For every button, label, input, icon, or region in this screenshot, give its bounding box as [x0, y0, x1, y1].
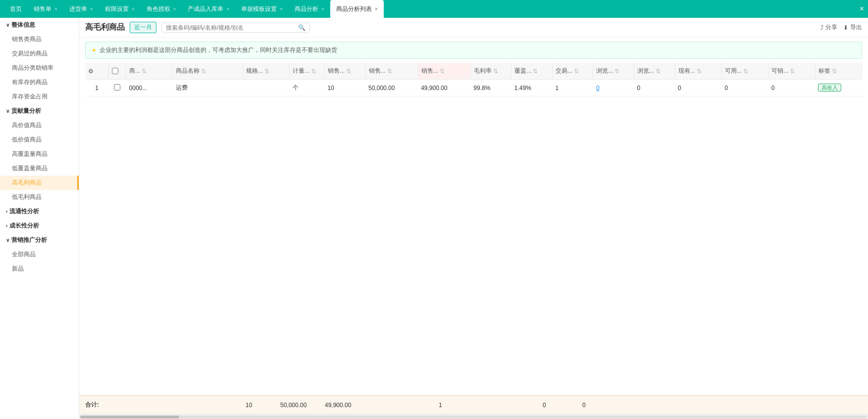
- tab-template-settings[interactable]: 单据模板设置 ×: [235, 0, 289, 18]
- col-header-unit[interactable]: 计量...⇅: [290, 63, 325, 80]
- close-icon[interactable]: ×: [90, 6, 93, 12]
- sidebar-section-contribution[interactable]: ∨ 贡献量分析: [0, 104, 79, 118]
- tab-product-analysis[interactable]: 商品分析 ×: [289, 0, 330, 18]
- sidebar-section-marketing[interactable]: ∨ 营销推广分析: [0, 233, 79, 247]
- sort-icon: ⇅: [832, 68, 837, 75]
- period-button[interactable]: 近一月: [130, 22, 156, 33]
- chevron-down-icon: ∨: [6, 22, 9, 28]
- close-all-button[interactable]: ×: [860, 4, 864, 13]
- cell-sellable: 0: [768, 80, 815, 96]
- close-icon[interactable]: ×: [173, 6, 176, 12]
- col-header-spec[interactable]: 规格...⇅: [243, 63, 289, 80]
- col-header-code[interactable]: 商...⇅: [126, 63, 173, 80]
- footer-cell-current: 0: [540, 402, 579, 409]
- cell-sales-profit: 49,900.00: [418, 80, 470, 96]
- footer-cell-sales-profit: 49,900.00: [322, 402, 366, 409]
- col-header-current[interactable]: 现有...⇅: [675, 63, 721, 80]
- col-header-available[interactable]: 可用...⇅: [721, 63, 768, 80]
- sidebar-section-liquidity[interactable]: › 流通性分析: [0, 204, 79, 219]
- cell-check[interactable]: [108, 80, 126, 96]
- export-button[interactable]: ⬇ 导出: [843, 23, 862, 32]
- sort-icon: ⇅: [142, 68, 147, 75]
- footer-cell-profit-rate: [366, 402, 401, 409]
- close-icon[interactable]: ×: [321, 6, 324, 12]
- col-header-trade[interactable]: 交易...⇅: [552, 63, 593, 80]
- footer-cells: 10 50,000.00 49,900.00 1 0 0: [104, 402, 862, 409]
- col-header-tag[interactable]: 标签⇅: [815, 63, 862, 80]
- cell-tag: 高收入: [815, 80, 862, 96]
- tab-home[interactable]: 首页: [4, 0, 28, 18]
- sidebar-item-low-margin[interactable]: 低毛利商品: [0, 190, 79, 204]
- content-area: 高毛利商品 近一月 🔍 ⤴ 分享 ⬇ 导出 ✦ 企业的主要的利润都是这部分商品创…: [79, 18, 868, 419]
- search-icon[interactable]: 🔍: [298, 24, 306, 31]
- tab-role-auth[interactable]: 角色授权 ×: [141, 0, 182, 18]
- row-checkbox[interactable]: [114, 84, 120, 91]
- info-banner: ✦ 企业的主要的利润都是这部分商品创造的，可考虑加大推广，同时关注库存是不要出现…: [85, 42, 862, 59]
- content-header: 高毛利商品 近一月 🔍 ⤴ 分享 ⬇ 导出: [79, 18, 868, 38]
- tag-badge: 高收入: [818, 84, 841, 92]
- sidebar-item-low-coverage[interactable]: 低覆盖量商品: [0, 161, 79, 176]
- close-icon[interactable]: ×: [280, 6, 283, 12]
- chevron-right-icon: ›: [6, 223, 7, 229]
- cell-sales-amt: 50,000.00: [365, 80, 418, 96]
- sidebar-item-sales-goods[interactable]: 销售类商品: [0, 32, 79, 47]
- tab-finished-goods[interactable]: 产成品入库单 ×: [182, 0, 235, 18]
- col-header-sales-qty[interactable]: 销售...⇅: [325, 63, 366, 80]
- sort-icon: ⇅: [743, 68, 748, 75]
- cell-cover: 1.49%: [511, 80, 553, 96]
- sidebar-item-stock-capital[interactable]: 库存资金占用: [0, 90, 79, 104]
- sidebar-item-traded-goods[interactable]: 交易过的商品: [0, 47, 79, 61]
- col-header-browse2[interactable]: 浏览...⇅: [634, 63, 675, 80]
- col-header-browse1[interactable]: 浏览...⇅: [593, 63, 634, 80]
- col-header-sellable[interactable]: 可销...⇅: [768, 63, 815, 80]
- col-header-sales-amt[interactable]: 销售...⇅: [365, 63, 418, 80]
- settings-icon[interactable]: ⚙: [88, 68, 94, 75]
- sort-icon: ⇅: [697, 68, 702, 75]
- sidebar-item-in-stock[interactable]: 有库存的商品: [0, 75, 79, 90]
- sidebar-item-high-coverage[interactable]: 高覆盖量商品: [0, 147, 79, 161]
- cell-available: 0: [721, 80, 768, 96]
- sidebar-item-category-rate[interactable]: 商品分类助销率: [0, 61, 79, 75]
- close-icon[interactable]: ×: [54, 6, 57, 12]
- search-input[interactable]: [166, 24, 296, 31]
- col-header-name[interactable]: 商品名称⇅: [173, 63, 243, 80]
- sidebar-section-growth[interactable]: › 成长性分析: [0, 219, 79, 233]
- sidebar-toggle[interactable]: «: [79, 209, 79, 229]
- sidebar-item-all-goods[interactable]: 全部商品: [0, 247, 79, 262]
- sidebar-section-overall[interactable]: ∨ 整体信息: [0, 18, 79, 32]
- horizontal-scrollbar[interactable]: [79, 414, 868, 419]
- close-icon[interactable]: ×: [375, 6, 378, 12]
- sort-icon: ⇅: [493, 68, 498, 75]
- data-table: ⚙ 商...⇅ 商品名称⇅ 规格...⇅: [85, 63, 862, 96]
- col-header-profit-rate[interactable]: 毛利率⇅: [470, 63, 511, 80]
- col-header-sales-profit[interactable]: 销售...⇅: [418, 63, 470, 80]
- close-icon[interactable]: ×: [132, 6, 135, 12]
- table-footer: 合计: 10 50,000.00 49,900.00 1 0 0: [79, 395, 868, 414]
- cell-code: 0000...: [126, 80, 173, 96]
- info-icon: ✦: [92, 47, 97, 54]
- sidebar-item-high-margin[interactable]: 高毛利商品: [0, 176, 79, 190]
- footer-cell-sales-qty: 10: [243, 402, 277, 409]
- footer-cell-browse2: [505, 402, 540, 409]
- tab-sales-order[interactable]: 销售单 ×: [28, 0, 63, 18]
- sidebar-item-high-value[interactable]: 高价值商品: [0, 118, 79, 133]
- cell-browse1[interactable]: 0: [593, 80, 634, 96]
- share-button[interactable]: ⤴ 分享: [820, 23, 837, 32]
- tab-product-analysis-list[interactable]: 商品分析列表 ×: [330, 0, 384, 18]
- tab-purchase-order[interactable]: 进货单 ×: [63, 0, 99, 18]
- close-icon[interactable]: ×: [226, 6, 229, 12]
- sort-icon: ⇅: [264, 68, 269, 75]
- scrollbar-track: [80, 416, 867, 419]
- sort-icon: ⇅: [533, 68, 538, 75]
- col-header-cover[interactable]: 覆盖...⇅: [511, 63, 553, 80]
- page-title: 高毛利商品: [85, 22, 125, 33]
- table-container: ⚙ 商...⇅ 商品名称⇅ 规格...⇅: [79, 63, 868, 395]
- sort-icon: ⇅: [790, 68, 795, 75]
- select-all-checkbox[interactable]: [112, 68, 118, 74]
- sidebar-item-low-value[interactable]: 低价值商品: [0, 133, 79, 147]
- col-header-index: ⚙: [85, 63, 108, 80]
- sort-icon: ⇅: [574, 68, 579, 75]
- tab-permission-settings[interactable]: 权限设置 ×: [99, 0, 141, 18]
- sidebar-item-new-goods[interactable]: 新品: [0, 262, 79, 276]
- scrollbar-thumb[interactable]: [80, 416, 179, 419]
